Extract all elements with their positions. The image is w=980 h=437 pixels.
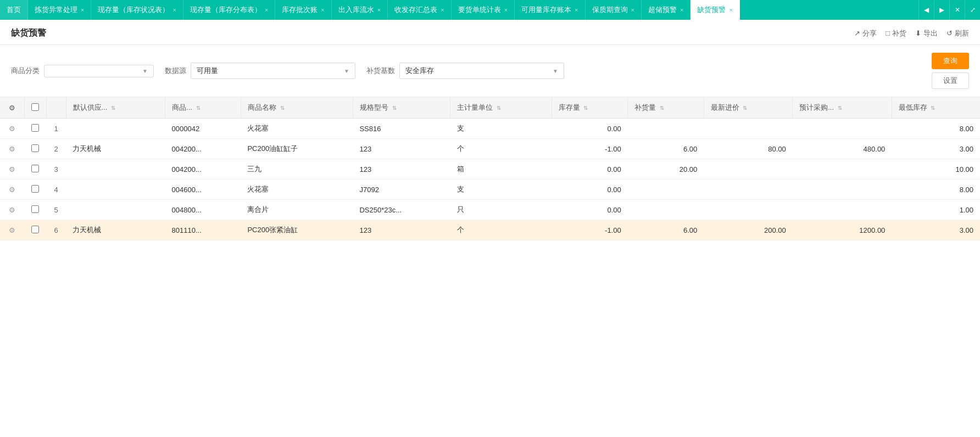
- datasource-select[interactable]: 可用量 ▼: [191, 63, 355, 79]
- row-min-stock: 1.00: [892, 200, 980, 220]
- row-latest-price: [704, 200, 792, 220]
- row-replenish: 20.00: [628, 159, 704, 180]
- row-checkbox[interactable]: [31, 165, 39, 172]
- tab-flow[interactable]: 出入库流水 ×: [332, 0, 388, 20]
- replenish-filter-group: 补货基数 安全库存 ▼: [366, 63, 564, 79]
- row-checkbox[interactable]: [31, 205, 39, 213]
- tab-order-stats[interactable]: 要货单统计表 ×: [452, 0, 515, 20]
- close-icon[interactable]: ×: [377, 7, 381, 13]
- unit-column-header[interactable]: 主计量单位 ⇅: [450, 97, 552, 119]
- nav-prev-button[interactable]: ◀: [918, 0, 934, 20]
- row-gear[interactable]: ⚙: [0, 139, 24, 159]
- row-min-stock: 3.00: [892, 139, 980, 159]
- row-gear[interactable]: ⚙: [0, 159, 24, 180]
- datasource-select-value: 可用量: [197, 66, 218, 76]
- settings-button[interactable]: 设置: [932, 72, 969, 89]
- close-icon[interactable]: ×: [631, 7, 634, 13]
- replenish-icon: □: [886, 29, 890, 37]
- query-button[interactable]: 查询: [932, 53, 969, 69]
- replenish-button[interactable]: □ 补货: [886, 29, 906, 38]
- share-icon: ↗: [854, 29, 860, 37]
- close-icon[interactable]: ×: [441, 7, 444, 13]
- close-icon[interactable]: ×: [321, 7, 324, 13]
- replenish-column-header[interactable]: 补货量 ⇅: [628, 97, 704, 119]
- row-checkbox-cell[interactable]: [24, 119, 46, 139]
- checkbox-column-header[interactable]: [24, 97, 46, 119]
- code-sort-icon: ⇅: [196, 105, 201, 111]
- row-checkbox[interactable]: [31, 185, 39, 193]
- tab-overstock[interactable]: 超储预警 ×: [642, 0, 691, 20]
- tab-stock-dist[interactable]: 现存量（库存分布表） ×: [183, 0, 275, 20]
- tab-home[interactable]: 首页: [0, 0, 28, 20]
- datasource-label: 数据源: [165, 66, 186, 76]
- row-latest-price: 80.00: [704, 139, 792, 159]
- name-column-header[interactable]: 商品名称 ⇅: [241, 97, 353, 119]
- category-dropdown-icon: ▼: [142, 68, 148, 74]
- close-icon[interactable]: ×: [504, 7, 508, 13]
- row-spec: SS816: [353, 119, 450, 139]
- share-button[interactable]: ↗ 分享: [854, 29, 877, 38]
- table-row: ⚙ 5 004800... 离合片 DS250*23c... 只 0.00 1.…: [0, 200, 980, 220]
- row-checkbox[interactable]: [31, 124, 39, 132]
- row-name: 火花塞: [241, 180, 353, 200]
- page-title: 缺货预警: [11, 27, 46, 39]
- close-icon[interactable]: ×: [265, 7, 268, 13]
- row-gear[interactable]: ⚙: [0, 220, 24, 240]
- close-icon[interactable]: ×: [172, 7, 176, 13]
- row-checkbox[interactable]: [31, 144, 39, 152]
- close-icon[interactable]: ×: [575, 7, 578, 13]
- close-icon[interactable]: ×: [680, 7, 683, 13]
- row-number: 3: [46, 159, 66, 180]
- row-supplier: [66, 119, 165, 139]
- code-column-header[interactable]: 商品... ⇅: [165, 97, 241, 119]
- tab-shortage[interactable]: 缺货预警 ×: [691, 0, 739, 20]
- row-replenish: [628, 180, 704, 200]
- row-replenish: 6.00: [628, 139, 704, 159]
- gear-icon: ⚙: [9, 226, 15, 234]
- refresh-button[interactable]: ↺ 刷新: [946, 29, 969, 38]
- tab-summary[interactable]: 收发存汇总表 ×: [388, 0, 451, 20]
- select-all-checkbox[interactable]: [31, 103, 39, 111]
- nav-next-button[interactable]: ▶: [934, 0, 949, 20]
- gear-column-header[interactable]: ⚙: [0, 97, 24, 119]
- close-icon[interactable]: ×: [81, 7, 84, 13]
- min-stock-column-header[interactable]: 最低库存 ⇅: [892, 97, 980, 119]
- row-checkbox-cell[interactable]: [24, 220, 46, 240]
- category-filter-group: 商品分类 ▼: [11, 65, 154, 77]
- row-latest-price: [704, 119, 792, 139]
- stock-column-header[interactable]: 库存量 ⇅: [552, 97, 628, 119]
- main-content: 缺货预警 ↗ 分享 □ 补货 ⬇ 导出 ↺ 刷新 商品分类: [0, 20, 980, 437]
- row-checkbox-cell[interactable]: [24, 139, 46, 159]
- tab-picking[interactable]: 拣货异常处理 ×: [28, 0, 91, 20]
- nav-maximize-button[interactable]: ⤢: [965, 0, 980, 20]
- nav-close-button[interactable]: ✕: [949, 0, 965, 20]
- replenish-select[interactable]: 安全库存 ▼: [399, 63, 564, 79]
- export-button[interactable]: ⬇ 导出: [915, 29, 938, 38]
- close-icon[interactable]: ×: [729, 7, 732, 13]
- tab-stock-status[interactable]: 现存量（库存状况表） ×: [91, 0, 183, 20]
- row-checkbox[interactable]: [31, 226, 39, 233]
- row-gear[interactable]: ⚙: [0, 200, 24, 220]
- tab-batch[interactable]: 库存批次账 ×: [275, 0, 331, 20]
- row-checkbox-cell[interactable]: [24, 159, 46, 180]
- category-select[interactable]: ▼: [44, 65, 154, 77]
- tab-available[interactable]: 可用量库存账本 ×: [515, 0, 585, 20]
- latest-price-column-header[interactable]: 最新进价 ⇅: [704, 97, 792, 119]
- row-spec: 123: [353, 220, 450, 240]
- estimated-column-header[interactable]: 预计采购... ⇅: [793, 97, 892, 119]
- supplier-column-header[interactable]: 默认供应... ⇅: [66, 97, 165, 119]
- row-code: 004800...: [165, 200, 241, 220]
- row-checkbox-cell[interactable]: [24, 180, 46, 200]
- latest-price-sort-icon: ⇅: [743, 105, 747, 111]
- row-estimated: [793, 159, 892, 180]
- row-gear[interactable]: ⚙: [0, 180, 24, 200]
- tab-expiry[interactable]: 保质期查询 ×: [586, 0, 642, 20]
- replenish-label: 补货基数: [366, 66, 395, 76]
- row-gear[interactable]: ⚙: [0, 119, 24, 139]
- row-min-stock: 8.00: [892, 180, 980, 200]
- spec-column-header[interactable]: 规格型号 ⇅: [353, 97, 450, 119]
- row-number: 6: [46, 220, 66, 240]
- row-spec: J7092: [353, 180, 450, 200]
- row-checkbox-cell[interactable]: [24, 200, 46, 220]
- row-latest-price: [704, 180, 792, 200]
